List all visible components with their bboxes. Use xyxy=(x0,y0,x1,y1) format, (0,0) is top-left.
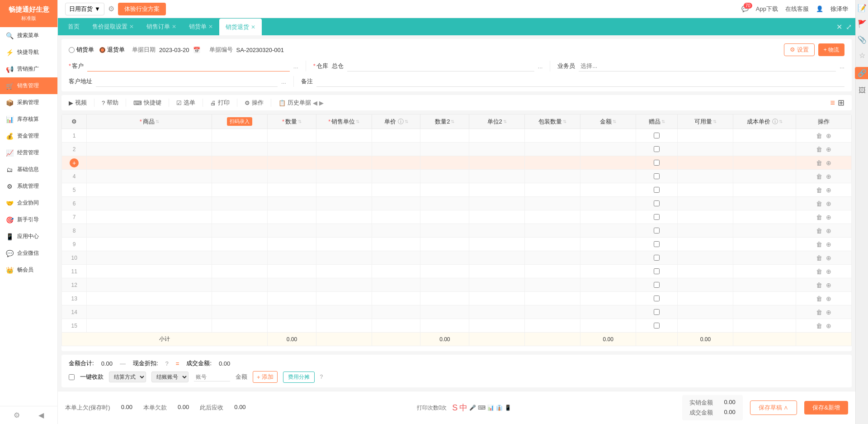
copy-row-btn-3[interactable]: ⊕ xyxy=(825,158,832,167)
cost-cell-10[interactable] xyxy=(733,251,796,265)
pack-cell-4[interactable] xyxy=(525,170,580,183)
amount-cell-11[interactable] xyxy=(580,265,636,278)
sidebar-item-finance[interactable]: 💰资金管理 xyxy=(0,128,57,144)
qty-cell-3[interactable] xyxy=(268,156,316,170)
product-input-14[interactable] xyxy=(89,309,210,315)
amount-cell-9[interactable] xyxy=(580,238,636,251)
unit2-cell-7[interactable] xyxy=(469,210,525,224)
delete-row-btn-1[interactable]: 🗑 xyxy=(815,131,823,140)
amount-cell-7[interactable] xyxy=(580,210,636,224)
price-cell-7[interactable] xyxy=(372,210,420,224)
delete-row-btn-13[interactable]: 🗑 xyxy=(815,294,823,303)
th-unit2-sort[interactable]: ⇅ xyxy=(503,119,507,124)
qty-cell-10[interactable] xyxy=(268,251,316,265)
avail-cell-14[interactable] xyxy=(678,305,733,319)
unit-cell-4[interactable] xyxy=(316,170,372,183)
return-radio-input[interactable] xyxy=(99,47,105,53)
th-qty2-sort[interactable]: ⇅ xyxy=(451,119,454,124)
qty-cell-14[interactable] xyxy=(268,305,316,319)
delete-row-btn-2[interactable]: 🗑 xyxy=(815,145,823,154)
delete-row-btn-5[interactable]: 🗑 xyxy=(815,186,823,195)
discount-help[interactable]: ? xyxy=(165,360,169,367)
grid-view-btn[interactable]: ⊞ xyxy=(838,98,844,108)
avail-cell-10[interactable] xyxy=(678,251,733,265)
tab-sale-order-close[interactable]: ✕ xyxy=(172,24,176,30)
qty-cell-7[interactable] xyxy=(268,210,316,224)
product-input-3[interactable] xyxy=(89,160,210,166)
product-input-6[interactable] xyxy=(89,200,210,207)
tab-sale-price[interactable]: 售价提取设置 ✕ xyxy=(86,18,140,35)
copy-row-btn-15[interactable]: ⊕ xyxy=(825,321,832,330)
pack-cell-7[interactable] xyxy=(525,210,580,224)
qty-cell-8[interactable] xyxy=(268,224,316,238)
copy-row-btn-5[interactable]: ⊕ xyxy=(825,186,832,195)
copy-row-btn-10[interactable]: ⊕ xyxy=(825,253,832,262)
price-cell-13[interactable] xyxy=(372,292,420,305)
unit2-cell-4[interactable] xyxy=(469,170,525,183)
gift-cell-12[interactable] xyxy=(636,278,678,292)
pack-cell-11[interactable] xyxy=(525,265,580,278)
amount-cell-12[interactable] xyxy=(580,278,636,292)
industry-select[interactable]: 日用百货 ▼ xyxy=(65,3,104,15)
th-product-sort[interactable]: ⇅ xyxy=(156,119,159,124)
qty2-cell-13[interactable] xyxy=(420,292,469,305)
delete-row-btn-4[interactable]: 🗑 xyxy=(815,172,823,181)
th-amount-sort[interactable]: ⇅ xyxy=(613,119,616,124)
unit-cell-2[interactable] xyxy=(316,143,372,156)
product-input-7[interactable] xyxy=(89,214,210,220)
tab-home[interactable]: 首页 xyxy=(61,18,86,35)
price-cell-9[interactable] xyxy=(372,238,420,251)
gift-checkbox-3[interactable] xyxy=(654,160,660,166)
unit2-cell-6[interactable] xyxy=(469,197,525,210)
product-cell-5[interactable] xyxy=(87,183,212,197)
address-input[interactable] xyxy=(96,76,278,87)
cost-cell-9[interactable] xyxy=(733,238,796,251)
history-nav-prev[interactable]: ◀ xyxy=(313,100,317,106)
delete-row-btn-7[interactable]: 🗑 xyxy=(815,213,823,222)
qty2-cell-10[interactable] xyxy=(420,251,469,265)
copy-row-btn-9[interactable]: ⊕ xyxy=(825,240,832,249)
fee-split-btn[interactable]: 费用分摊 xyxy=(283,372,315,383)
account-type-select[interactable]: 结算方式 xyxy=(109,372,146,382)
product-cell-12[interactable] xyxy=(87,278,212,292)
amount-cell-3[interactable] xyxy=(580,156,636,170)
qty-cell-2[interactable] xyxy=(268,143,316,156)
sale-type-radio[interactable]: 销货单 xyxy=(69,46,94,54)
th-cost-sort[interactable]: ⇅ xyxy=(779,119,783,124)
avail-cell-11[interactable] xyxy=(678,265,733,278)
customer-picker-icon[interactable]: ... xyxy=(293,63,298,70)
unit-cell-3[interactable] xyxy=(316,156,372,170)
price-cell-6[interactable] xyxy=(372,197,420,210)
qty-cell-1[interactable] xyxy=(268,129,316,143)
th-price-sort[interactable]: ⇅ xyxy=(405,119,408,124)
rs-flag-icon[interactable]: 🚩 xyxy=(858,19,867,28)
product-cell-4[interactable] xyxy=(87,170,212,183)
delete-row-btn-10[interactable]: 🗑 xyxy=(815,253,823,262)
qty-cell-15[interactable] xyxy=(268,319,316,333)
gift-checkbox-1[interactable] xyxy=(654,133,660,138)
qty-cell-13[interactable] xyxy=(268,292,316,305)
price-cell-5[interactable] xyxy=(372,183,420,197)
th-pack-sort[interactable]: ⇅ xyxy=(563,119,566,124)
pack-cell-6[interactable] xyxy=(525,197,580,210)
product-input-1[interactable] xyxy=(89,133,210,139)
expand-icon[interactable]: ⤢ xyxy=(846,23,852,31)
cost-info-icon[interactable]: ⓘ xyxy=(772,118,778,126)
sidebar-item-inventory[interactable]: 📊库存核算 xyxy=(0,111,57,128)
th-settings[interactable]: ⚙ xyxy=(62,114,87,129)
amount-cell-2[interactable] xyxy=(580,143,636,156)
qty-cell-9[interactable] xyxy=(268,238,316,251)
qty2-cell-15[interactable] xyxy=(420,319,469,333)
qty-cell-4[interactable] xyxy=(268,170,316,183)
product-cell-11[interactable] xyxy=(87,265,212,278)
avail-cell-12[interactable] xyxy=(678,278,733,292)
copy-row-btn-1[interactable]: ⊕ xyxy=(825,131,832,140)
product-input-4[interactable] xyxy=(89,173,210,180)
gift-cell-2[interactable] xyxy=(636,143,678,156)
sidebar-item-app-center[interactable]: 📱应用中心 xyxy=(0,228,57,245)
account-method-select[interactable]: 结账账号 xyxy=(151,372,189,382)
th-unit-sort[interactable]: ⇅ xyxy=(356,119,359,124)
unit-cell-11[interactable] xyxy=(316,265,372,278)
gift-cell-7[interactable] xyxy=(636,210,678,224)
cost-cell-15[interactable] xyxy=(733,319,796,333)
